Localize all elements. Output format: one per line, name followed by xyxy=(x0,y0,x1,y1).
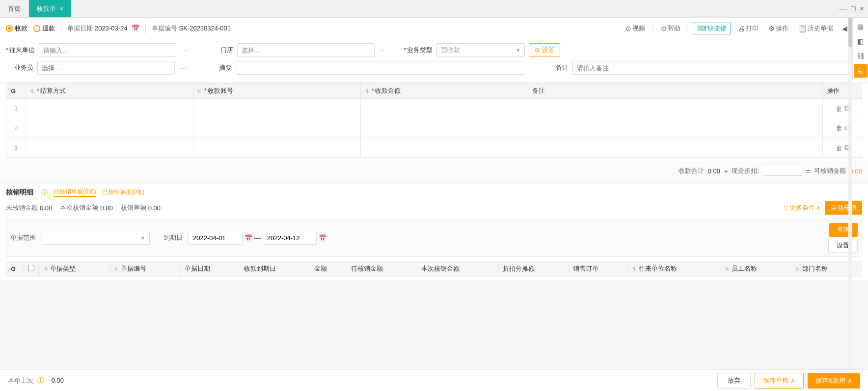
row-3-amount[interactable] xyxy=(361,138,528,158)
discount-input[interactable] xyxy=(763,166,802,176)
radio-receipt[interactable]: 收款 xyxy=(6,24,27,33)
row-2-amount[interactable] xyxy=(361,118,528,138)
draft-arrow-icon[interactable]: ∧ xyxy=(790,377,795,384)
filter-btns: 查询 设置 xyxy=(828,223,858,252)
radio-receipt-circle xyxy=(6,25,13,32)
receipt-type-radio: 收款 退款 xyxy=(6,24,55,33)
store-input[interactable] xyxy=(237,43,375,57)
date-from-input[interactable] xyxy=(189,231,243,245)
window-maximize-btn[interactable]: □ xyxy=(851,4,856,13)
diff-stat: 核销差额 0.00 xyxy=(121,203,161,212)
scroll-track[interactable] xyxy=(848,18,852,369)
writeoff-info-icon[interactable]: ⓘ xyxy=(41,188,48,197)
tab-done[interactable]: 已核销单据(0笔) xyxy=(102,188,145,196)
tab-pending[interactable]: 待核销单据(0笔) xyxy=(54,188,96,197)
tab-home-label: 首页 xyxy=(8,4,21,13)
query-btn[interactable]: 查询 xyxy=(829,223,858,237)
row-1-amount[interactable] xyxy=(361,99,528,118)
writeoff-header: 核销明细 ⓘ 待核销单据(0笔) 已核销单据(0笔) xyxy=(6,188,862,197)
row-3-note[interactable] xyxy=(528,138,823,158)
counterparty-more-btn[interactable]: ··· xyxy=(180,46,190,54)
window-minimize-btn[interactable]: — xyxy=(839,4,847,13)
row-1-op: 🗑 ⧉ xyxy=(823,99,862,118)
row-2-note[interactable] xyxy=(528,118,823,138)
sort-icon-amount: ⇅ xyxy=(365,88,369,94)
counterparty-label: 往来单位 xyxy=(6,46,35,55)
sidebar-icon-table[interactable]: ▦ xyxy=(854,20,868,33)
scroll-thumb[interactable] xyxy=(848,18,852,47)
col-settings-header[interactable]: ⚙ xyxy=(6,84,26,99)
bt-col-settings[interactable]: ⚙ xyxy=(6,261,24,277)
info-icon-footer[interactable]: ⓘ xyxy=(37,377,44,384)
due-date-label: 到期日 xyxy=(163,233,183,242)
tab-close-icon[interactable]: × xyxy=(60,5,63,12)
help-action[interactable]: ⊙ 帮助 xyxy=(658,23,683,34)
summary-input[interactable] xyxy=(236,61,525,75)
staff-label: 业务员 xyxy=(6,63,33,72)
range-select[interactable]: ▼ xyxy=(42,231,150,245)
bt-col-current: 本次核销金额 xyxy=(417,261,499,277)
video-action[interactable]: ⊙ 视频 xyxy=(623,23,648,34)
divider1 xyxy=(61,24,61,33)
staff-input[interactable] xyxy=(37,61,175,75)
settings-label: 设置 xyxy=(542,46,555,55)
bt-col-amount: 金额 xyxy=(310,261,347,277)
tab-home[interactable]: 首页 xyxy=(0,0,29,17)
row-2-method[interactable] xyxy=(26,118,193,138)
auto-writeoff-btn[interactable]: 自动核销 xyxy=(825,201,862,215)
layout-prev-icon[interactable]: ◀ xyxy=(842,25,847,32)
save-arrow-icon[interactable]: ∧ xyxy=(847,377,852,384)
row-3-delete-btn[interactable]: 🗑 xyxy=(836,144,842,152)
sort-icon-account: ⇅ xyxy=(197,88,201,94)
form-settings-btn[interactable]: ⚙ 设置 xyxy=(529,43,560,57)
tab-receipt[interactable]: 收款单 × xyxy=(29,0,71,17)
history-action[interactable]: 📋 历史单据 xyxy=(795,23,836,34)
row-1-method[interactable] xyxy=(26,99,193,118)
more-conditions-btn[interactable]: ▽ 更多条件 ∧ xyxy=(784,203,821,212)
row-3-method[interactable] xyxy=(26,138,193,158)
row-2-account[interactable] xyxy=(193,118,361,138)
shortcut-btn[interactable]: ⌨ 快捷键 xyxy=(693,23,731,34)
date-to-input[interactable] xyxy=(263,231,317,245)
calendar-icon[interactable]: 📅 xyxy=(132,25,139,32)
draft-btn[interactable]: 保存草稿 ∧ xyxy=(755,373,804,389)
row-2-delete-btn[interactable]: 🗑 xyxy=(836,124,842,132)
filter-settings-btn[interactable]: 设置 xyxy=(828,239,858,252)
form-area: 往来单位 ··· 门店 ··· 业务类型 预收款 ▼ ⚙ 设置 业务员 ··· … xyxy=(0,39,868,83)
footer: 本单上次 ⓘ 0.00 放弃 保存草稿 ∧ 保存&新增 ∧ xyxy=(0,369,868,391)
staff-more-btn[interactable]: ··· xyxy=(179,64,189,72)
business-type-select[interactable]: 预收款 ▼ xyxy=(436,43,525,57)
tab-bar-actions: — □ × xyxy=(839,4,868,13)
bt-select-all-checkbox[interactable] xyxy=(28,265,34,271)
note-input[interactable] xyxy=(572,61,862,75)
row-1-note[interactable] xyxy=(528,99,823,118)
row-3-account[interactable] xyxy=(193,138,361,158)
unchecked-label: 未核销金额 xyxy=(6,203,38,212)
store-more-btn[interactable]: ··· xyxy=(379,46,388,54)
sidebar-icon-link[interactable]: ⛓ xyxy=(854,49,868,63)
bt-col-staff: ⇅ 员工名称 xyxy=(721,261,791,277)
counterparty-input[interactable] xyxy=(39,43,176,57)
bt-amount-label: 金额 xyxy=(314,265,327,272)
bt-discount-label: 折扣分摊额 xyxy=(503,265,535,272)
bt-col-checkbox[interactable] xyxy=(24,261,40,277)
print-action[interactable]: 🖨 打印 xyxy=(735,23,761,34)
calendar-to-icon[interactable]: 📅 xyxy=(319,234,326,242)
radio-refund[interactable]: 退款 xyxy=(33,24,55,33)
row-1-delete-btn[interactable]: 🗑 xyxy=(836,105,842,112)
abandon-btn[interactable]: 放弃 xyxy=(717,373,751,389)
help-label: 帮助 xyxy=(668,24,680,33)
window-close-btn[interactable]: × xyxy=(860,4,864,13)
unchecked-value: 0.00 xyxy=(40,204,52,212)
bt-date-label: 单据日期 xyxy=(185,265,210,272)
operation-action[interactable]: ⚙ 操作 xyxy=(765,23,791,34)
tab-receipt-label: 收款单 xyxy=(37,4,56,13)
save-btn[interactable]: 保存&新增 ∧ xyxy=(808,373,860,389)
bt-current-label: 本次核销金额 xyxy=(421,265,460,272)
col-note-header: 备注 xyxy=(528,84,823,99)
sidebar-icon-list[interactable]: ◧ xyxy=(854,34,868,48)
sidebar-icon-active[interactable]: ◱ xyxy=(854,64,868,78)
date-value[interactable]: 2023-03-24 xyxy=(95,25,128,32)
row-1-account[interactable] xyxy=(193,99,361,118)
calendar-from-icon[interactable]: 📅 xyxy=(244,234,252,242)
